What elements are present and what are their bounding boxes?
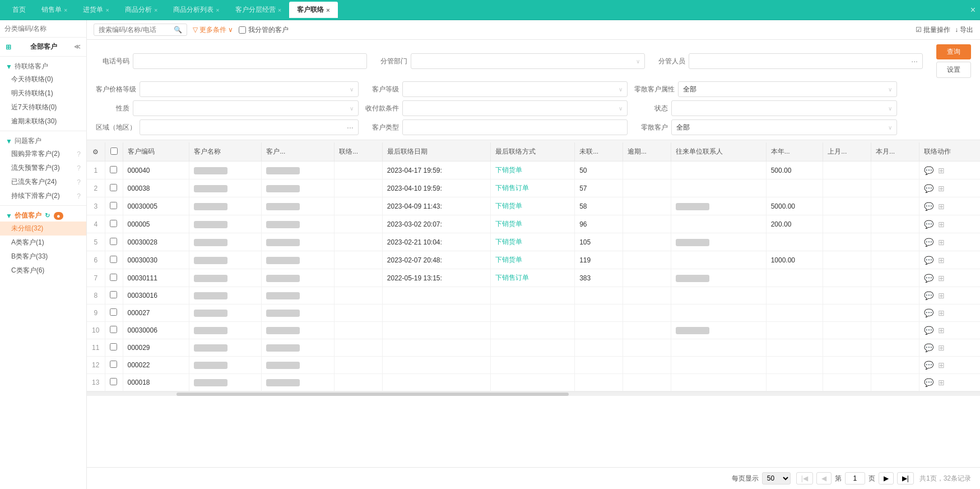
batch-ops-btn[interactable]: ☑ 批量操作 — [916, 25, 950, 35]
tab-product-analysis-close[interactable]: × — [154, 7, 157, 13]
sidebar-collapse-icon[interactable]: ≪ — [74, 43, 81, 50]
cell-checkbox[interactable] — [105, 339, 123, 357]
th-settings[interactable]: ⚙ — [87, 142, 105, 162]
last-contact-method-link[interactable]: 下销售订单 — [495, 274, 529, 282]
th-this-year[interactable]: 本年... — [766, 142, 823, 162]
filter-my-customer[interactable]: 我分管的客户 — [239, 25, 289, 35]
filter-region-input[interactable]: ··· — [140, 119, 359, 135]
tab-product-analysis-list-close[interactable]: × — [216, 7, 219, 13]
action-grid-icon[interactable]: ⊞ — [938, 274, 945, 283]
action-message-icon[interactable]: 💬 — [924, 291, 933, 300]
tab-customer-segment-close[interactable]: × — [278, 7, 281, 13]
action-message-icon[interactable]: 💬 — [924, 274, 933, 283]
cell-checkbox[interactable] — [105, 233, 123, 251]
action-grid-icon[interactable]: ⊞ — [938, 361, 945, 370]
sidebar-item-a-class[interactable]: A类客户(1) — [0, 236, 86, 250]
action-message-icon[interactable]: 💬 — [924, 256, 933, 265]
tab-purchase-close[interactable]: × — [105, 7, 109, 13]
cell-checkbox[interactable] — [105, 357, 123, 374]
sidebar-item-today[interactable]: 今天待联络(0) — [0, 72, 86, 86]
scroll-thumb[interactable] — [177, 393, 569, 396]
filter-dept-input[interactable]: ∨ — [411, 53, 645, 69]
row-checkbox[interactable] — [110, 274, 117, 281]
tab-customer-contact[interactable]: 客户联络 × — [289, 2, 337, 18]
filter-manager-input[interactable]: ··· — [689, 53, 923, 69]
tab-customer-contact-close[interactable]: × — [326, 7, 329, 13]
first-page-btn[interactable]: |◀ — [796, 472, 813, 485]
row-checkbox[interactable] — [110, 166, 117, 173]
sidebar-item-overdue[interactable]: 逾期未联络(30) — [0, 114, 86, 128]
action-grid-icon[interactable]: ⊞ — [938, 184, 945, 193]
cell-checkbox[interactable] — [105, 287, 123, 305]
action-grid-icon[interactable]: ⊞ — [938, 326, 945, 335]
tab-sales-close[interactable]: × — [64, 7, 67, 13]
sidebar-group-pending[interactable]: ▼ 待联络客户 — [0, 59, 86, 72]
tab-product-analysis-list[interactable]: 商品分析列表 × — [165, 2, 227, 18]
filter-customer-type-input[interactable] — [402, 119, 628, 135]
last-page-btn[interactable]: ▶| — [897, 472, 914, 485]
filter-retail-attr-input[interactable]: 全部 ∨ — [678, 81, 897, 97]
select-all-checkbox[interactable] — [110, 147, 118, 155]
row-checkbox[interactable] — [110, 291, 117, 298]
sidebar-item-declining[interactable]: 持续下滑客户(2) ? — [0, 189, 86, 203]
sidebar-item-ungrouped[interactable]: 未分组(32) — [0, 222, 86, 236]
action-message-icon[interactable]: 💬 — [924, 220, 933, 229]
horizontal-scrollbar[interactable] — [87, 391, 980, 396]
action-message-icon[interactable]: 💬 — [924, 326, 933, 335]
reset-btn[interactable]: 设置 — [936, 62, 971, 78]
tab-sales[interactable]: 销售单 × — [34, 2, 75, 18]
th-last-month[interactable]: 上月... — [823, 142, 871, 162]
filter-retail-customer-input[interactable]: 全部 ∨ — [671, 119, 897, 135]
row-checkbox[interactable] — [110, 308, 117, 316]
action-message-icon[interactable]: 💬 — [924, 361, 933, 370]
sidebar-item-tomorrow[interactable]: 明天待联络(1) — [0, 86, 86, 100]
tab-product-analysis[interactable]: 商品分析 × — [117, 2, 165, 18]
action-message-icon[interactable]: 💬 — [924, 238, 933, 247]
action-message-icon[interactable]: 💬 — [924, 202, 933, 211]
query-btn[interactable]: 查询 — [936, 44, 971, 59]
sidebar-item-churned[interactable]: 已流失客户(24) ? — [0, 175, 86, 189]
filter-status-input[interactable]: ∨ — [671, 100, 897, 116]
window-close-icon[interactable]: × — [970, 5, 976, 15]
last-contact-method-link[interactable]: 下销售订单 — [495, 184, 529, 192]
action-grid-icon[interactable]: ⊞ — [938, 256, 945, 265]
action-grid-icon[interactable]: ⊞ — [938, 308, 945, 317]
th-no-contact[interactable]: 未联... — [575, 142, 623, 162]
action-message-icon[interactable]: 💬 — [924, 166, 933, 175]
sidebar-item-abnormal[interactable]: 囤购异常客户(2) ? — [0, 147, 86, 161]
row-checkbox[interactable] — [110, 238, 117, 245]
action-grid-icon[interactable]: ⊞ — [938, 202, 945, 211]
cell-checkbox[interactable] — [105, 179, 123, 197]
next-page-btn[interactable]: ▶ — [879, 472, 894, 485]
action-grid-icon[interactable]: ⊞ — [938, 238, 945, 247]
row-checkbox[interactable] — [110, 378, 117, 385]
row-checkbox[interactable] — [110, 202, 117, 209]
sidebar-item-b-class[interactable]: B类客户(33) — [0, 250, 86, 264]
th-last-contact-method[interactable]: 最后联络方式 — [491, 142, 575, 162]
tab-purchase[interactable]: 进货单 × — [75, 2, 117, 18]
filter-search-icon[interactable]: 🔍 — [174, 26, 182, 34]
export-btn[interactable]: ↓ 导出 — [955, 25, 973, 35]
sidebar-all-customers[interactable]: ⊞ 全部客户 ≪ — [0, 38, 86, 54]
th-this-month[interactable]: 本月... — [871, 142, 919, 162]
cell-checkbox[interactable] — [105, 322, 123, 339]
cell-checkbox[interactable] — [105, 162, 123, 179]
cell-checkbox[interactable] — [105, 305, 123, 322]
last-contact-method-link[interactable]: 下销货单 — [495, 220, 522, 228]
cell-checkbox[interactable] — [105, 251, 123, 269]
refresh-icon[interactable]: ↻ — [45, 212, 50, 219]
page-input[interactable] — [845, 472, 865, 485]
action-message-icon[interactable]: 💬 — [924, 343, 933, 352]
filter-nature-input[interactable]: ∨ — [133, 100, 359, 116]
action-grid-icon[interactable]: ⊞ — [938, 378, 945, 387]
action-message-icon[interactable]: 💬 — [924, 184, 933, 193]
cell-checkbox[interactable] — [105, 269, 123, 287]
sidebar-group-problem[interactable]: ▼ 问题客户 — [0, 133, 86, 147]
prev-page-btn[interactable]: ◀ — [816, 472, 832, 485]
last-contact-method-link[interactable]: 下销货单 — [495, 166, 522, 174]
action-message-icon[interactable]: 💬 — [924, 308, 933, 317]
row-checkbox[interactable] — [110, 220, 117, 227]
action-grid-icon[interactable]: ⊞ — [938, 220, 945, 229]
filter-search-input[interactable] — [99, 26, 171, 34]
tab-home[interactable]: 首页 — [4, 2, 34, 18]
